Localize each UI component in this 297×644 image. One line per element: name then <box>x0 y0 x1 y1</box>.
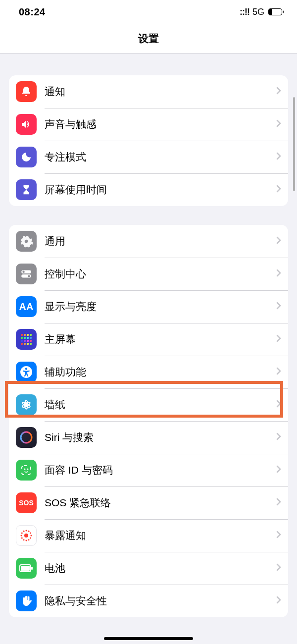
svg-point-45 <box>28 531 30 532</box>
row-label: 暴露通知 <box>45 529 276 542</box>
svg-point-29 <box>25 404 27 406</box>
settings-row-controlcenter[interactable]: 控制中心 <box>9 258 288 290</box>
svg-point-38 <box>26 540 27 541</box>
svg-rect-7 <box>27 334 29 336</box>
svg-point-32 <box>24 469 26 470</box>
moon-icon <box>16 147 37 167</box>
chevron-right-icon <box>276 334 281 344</box>
settings-row-screentime[interactable]: 屏幕使用时间 <box>9 173 288 206</box>
svg-point-0 <box>25 240 28 243</box>
row-label: 声音与触感 <box>45 117 276 131</box>
settings-row-wallpaper[interactable]: 墙纸 <box>9 388 288 421</box>
svg-rect-14 <box>24 340 26 342</box>
svg-point-39 <box>23 539 25 540</box>
chevron-right-icon <box>276 185 281 195</box>
svg-rect-9 <box>21 337 23 339</box>
svg-point-33 <box>27 469 29 470</box>
svg-point-43 <box>23 531 25 532</box>
svg-point-36 <box>30 537 31 539</box>
settings-row-focus[interactable]: 专注模式 <box>9 141 288 173</box>
settings-row-homescreen[interactable]: 主屏幕 <box>9 323 288 356</box>
chevron-right-icon <box>276 236 281 246</box>
settings-row-faceid[interactable]: 面容 ID 与密码 <box>9 454 288 486</box>
row-label: 显示与亮度 <box>45 300 276 314</box>
row-label: 辅助功能 <box>45 365 276 379</box>
settings-row-accessibility[interactable]: 辅助功能 <box>9 356 288 388</box>
settings-row-privacy[interactable]: 隐私与安全性 <box>9 585 288 617</box>
battery-icon <box>268 8 282 15</box>
chevron-right-icon <box>276 87 281 97</box>
settings-list[interactable]: 通知声音与触感专注模式屏幕使用时间通用控制中心AA显示与亮度主屏幕辅助功能墙纸S… <box>0 75 297 617</box>
settings-row-general[interactable]: 通用 <box>9 225 288 258</box>
svg-rect-16 <box>30 340 32 342</box>
hourglass-icon <box>16 179 37 200</box>
battery-icon <box>16 558 37 579</box>
settings-row-display[interactable]: AA显示与亮度 <box>9 290 288 323</box>
svg-rect-31 <box>22 466 31 475</box>
svg-point-42 <box>21 533 23 534</box>
exposure-icon <box>16 525 37 546</box>
home-indicator[interactable] <box>104 637 193 640</box>
row-label: 主屏幕 <box>45 332 276 346</box>
svg-rect-17 <box>21 343 23 345</box>
row-label: SOS 紧急联络 <box>45 496 276 510</box>
hand-icon <box>16 590 37 611</box>
face-icon <box>16 460 37 481</box>
svg-rect-49 <box>31 567 33 570</box>
settings-group: 通用控制中心AA显示与亮度主屏幕辅助功能墙纸Siri 与搜索面容 ID 与密码S… <box>9 225 288 617</box>
chevron-right-icon <box>276 465 281 475</box>
toggles-icon <box>16 264 37 284</box>
svg-point-46 <box>30 533 31 534</box>
settings-row-sounds[interactable]: 声音与触感 <box>9 108 288 141</box>
bell-icon <box>16 81 37 102</box>
settings-row-exposure[interactable]: 暴露通知 <box>9 519 288 552</box>
settings-row-sos[interactable]: SOSSOS 紧急联络 <box>9 486 288 519</box>
chevron-right-icon <box>276 531 281 540</box>
svg-point-37 <box>28 539 30 540</box>
row-label: 通知 <box>45 85 276 99</box>
siri-icon <box>16 427 37 448</box>
svg-point-44 <box>26 530 27 532</box>
network-label: 5G <box>252 7 264 17</box>
chevron-right-icon <box>276 498 281 508</box>
svg-point-2 <box>22 271 24 273</box>
row-label: 墙纸 <box>45 398 276 412</box>
row-label: 控制中心 <box>45 267 276 281</box>
chevron-right-icon <box>276 152 281 162</box>
svg-rect-10 <box>24 337 26 339</box>
svg-rect-12 <box>30 337 32 339</box>
status-time: 08:24 <box>19 6 46 18</box>
svg-rect-15 <box>27 340 29 342</box>
svg-point-22 <box>25 368 27 370</box>
svg-rect-5 <box>21 334 23 336</box>
signal-icon: ::!! <box>240 7 249 17</box>
settings-row-notifications[interactable]: 通知 <box>9 75 288 108</box>
status-indicators: ::!! 5G <box>240 7 282 17</box>
row-label: 专注模式 <box>45 150 276 164</box>
settings-group: 通知声音与触感专注模式屏幕使用时间 <box>9 75 288 206</box>
svg-rect-13 <box>21 340 23 342</box>
svg-rect-6 <box>24 334 26 336</box>
row-label: 通用 <box>45 234 276 248</box>
svg-rect-19 <box>27 343 29 345</box>
chevron-right-icon <box>276 400 281 410</box>
page-title: 设置 <box>138 32 159 46</box>
chevron-right-icon <box>276 367 281 377</box>
chevron-right-icon <box>276 119 281 129</box>
scrollbar[interactable] <box>293 97 295 191</box>
svg-rect-18 <box>24 343 26 345</box>
row-label: Siri 与搜索 <box>45 430 276 444</box>
gear-icon <box>16 231 37 252</box>
svg-rect-48 <box>21 566 30 571</box>
chevron-right-icon <box>276 563 281 573</box>
settings-row-siri[interactable]: Siri 与搜索 <box>9 421 288 454</box>
svg-rect-8 <box>30 334 32 336</box>
flower-icon <box>16 394 37 415</box>
apps-icon <box>16 329 37 350</box>
row-label: 面容 ID 与密码 <box>45 463 276 477</box>
settings-row-battery[interactable]: 电池 <box>9 552 288 585</box>
chevron-right-icon <box>276 302 281 312</box>
svg-point-30 <box>21 432 32 443</box>
aa-icon: AA <box>16 296 37 317</box>
row-label: 隐私与安全性 <box>45 594 276 608</box>
